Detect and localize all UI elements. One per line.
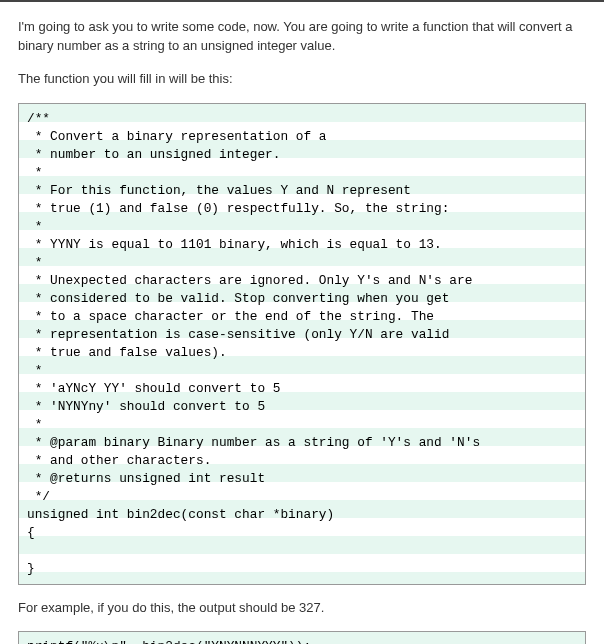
intro-paragraph: I'm going to ask you to write some code,…	[18, 18, 586, 56]
document-page: I'm going to ask you to write some code,…	[0, 0, 604, 644]
example-paragraph: For example, if you do this, the output …	[18, 599, 586, 618]
example-usage-code: printf("%u\n", bin2dec("YNYNNNYYY"));	[18, 631, 586, 644]
function-stub-code: /** * Convert a binary representation of…	[18, 103, 586, 585]
lead-paragraph: The function you will fill in will be th…	[18, 70, 586, 89]
